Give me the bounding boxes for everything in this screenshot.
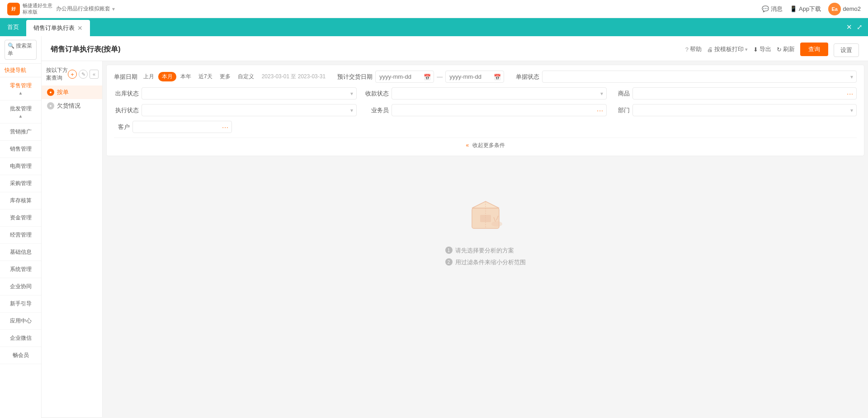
sidebar-item-member[interactable]: 畅会员 bbox=[0, 347, 41, 364]
sidebar-item-ecommerce[interactable]: 电商管理 bbox=[0, 158, 41, 175]
filter-date-group: 单据日期 上月 本月 本年 近7天 更多 自定义 bbox=[114, 72, 257, 81]
outbound-label: 出库状态 bbox=[114, 90, 139, 98]
sidebar-item-inventory[interactable]: 库存核算 bbox=[0, 192, 41, 209]
tip-num-1: 1 bbox=[445, 247, 453, 254]
sidebar-search-button[interactable]: 🔍 搜索菜单 bbox=[5, 40, 37, 60]
sidebar-item-operations-label: 经营管理 bbox=[10, 231, 32, 239]
sidebar-quick-nav: 快捷导航 bbox=[0, 64, 41, 77]
scheme-edit-button[interactable]: ✎ bbox=[79, 70, 88, 79]
dept-select[interactable] bbox=[632, 104, 857, 116]
help-button[interactable]: ? 帮助 bbox=[685, 45, 702, 53]
product-input[interactable] bbox=[632, 87, 857, 100]
refresh-button[interactable]: ↻ 刷新 bbox=[777, 45, 795, 53]
sidebar-item-finance[interactable]: 资金管理 bbox=[0, 209, 41, 227]
empty-tips: 1 请先选择要分析的方案 2 用过滤条件来缩小分析范围 bbox=[445, 247, 526, 266]
payment-status-label: 收款状态 bbox=[364, 90, 389, 98]
logo-text: 畅捷通好生意 标准版 bbox=[23, 3, 52, 14]
empty-state-icon bbox=[463, 192, 508, 238]
filter-row-1: 单据日期 上月 本月 本年 近7天 更多 自定义 2023-03-0 bbox=[114, 71, 857, 83]
sidebar-item-retail[interactable]: 零售管理 ▲ bbox=[0, 77, 41, 100]
export-button[interactable]: ⬇ 导出 bbox=[753, 45, 771, 53]
expected-date-end-wrap: 📅 bbox=[445, 71, 504, 83]
scheme-sidebar-icons: + ✎ « bbox=[68, 70, 99, 79]
tab-sales-exec[interactable]: 销售订单执行表 ✕ bbox=[26, 20, 90, 36]
expected-date-start-wrap: 📅 bbox=[375, 71, 434, 83]
tip-text-2: 用过滤条件来缩小分析范围 bbox=[455, 258, 526, 266]
tab-bar: 首页 销售订单执行表 ✕ ✕ ⤢ bbox=[0, 18, 868, 36]
sidebar-item-operations[interactable]: 经营管理 bbox=[0, 227, 41, 244]
scheme-add-button[interactable]: + bbox=[68, 70, 77, 79]
filter-row-3: 执行状态 ▾ 业务员 ·· bbox=[114, 104, 857, 116]
sidebar-item-appcenter[interactable]: 应用中心 bbox=[0, 313, 41, 330]
calendar-start-icon: 📅 bbox=[424, 73, 431, 80]
sidebar-search-area: 🔍 搜索菜单 bbox=[0, 36, 41, 64]
filter-section: 单据日期 上月 本月 本年 近7天 更多 自定义 2023-03-0 bbox=[106, 65, 864, 156]
app-download-button[interactable]: 📱 App下载 bbox=[790, 5, 821, 13]
collapse-arrow-icon: « bbox=[466, 142, 469, 148]
customer-input[interactable] bbox=[132, 121, 232, 133]
scheme-collapse-button[interactable]: « bbox=[90, 70, 99, 79]
sidebar-item-marketing-label: 营销推广 bbox=[10, 128, 32, 136]
sidebar-item-purchase-label: 采购管理 bbox=[10, 180, 32, 187]
scheme-item-by-order[interactable]: ● 按单 bbox=[42, 86, 102, 99]
sidebar-item-marketing[interactable]: 营销推广 bbox=[0, 124, 41, 141]
salesperson-label: 业务员 bbox=[364, 106, 389, 114]
page-title: 销售订单执行表(按单) bbox=[51, 45, 121, 54]
sidebar-item-basic[interactable]: 基础信息 bbox=[0, 244, 41, 261]
sidebar-item-system[interactable]: 系统管理 bbox=[0, 261, 41, 278]
svg-rect-4 bbox=[480, 215, 491, 222]
scheme-item-label-owe: 欠货情况 bbox=[57, 102, 80, 110]
user-avatar[interactable]: Ea demo2 bbox=[828, 3, 861, 15]
tab-home[interactable]: 首页 bbox=[0, 18, 26, 36]
status-select[interactable] bbox=[542, 71, 857, 83]
exec-status-select[interactable] bbox=[142, 104, 357, 116]
tab-close-window-icon[interactable]: ✕ bbox=[846, 23, 852, 31]
message-button[interactable]: 💬 消息 bbox=[762, 5, 783, 13]
query-button[interactable]: 查询 bbox=[800, 43, 828, 56]
salesperson-input-wrap: ··· bbox=[392, 104, 607, 116]
scheme-item-owe-goods[interactable]: ● 欠货情况 bbox=[42, 99, 102, 113]
tab-close-icon[interactable]: ✕ bbox=[77, 24, 83, 32]
dept-group: 部门 ▾ bbox=[614, 104, 857, 116]
sidebar-item-wholesale[interactable]: 批发管理 ▲ bbox=[0, 100, 41, 124]
sidebar-item-member-label: 畅会员 bbox=[13, 352, 29, 359]
outbound-select[interactable] bbox=[142, 87, 357, 100]
date-tab-last-month[interactable]: 上月 bbox=[140, 72, 157, 81]
sidebar-item-basic-label: 基础信息 bbox=[10, 248, 32, 256]
customer-label: 客户 bbox=[114, 123, 130, 131]
sidebar-item-newbie[interactable]: 新手引导 bbox=[0, 295, 41, 313]
date-tab-this-year[interactable]: 本年 bbox=[177, 72, 194, 81]
date-tab-custom[interactable]: 自定义 bbox=[235, 72, 257, 81]
print-button[interactable]: 🖨 按模板打印 ▾ bbox=[707, 45, 748, 53]
payment-status-select[interactable] bbox=[392, 87, 607, 100]
customer-ellipsis-icon[interactable]: ··· bbox=[222, 124, 229, 131]
sidebar-item-purchase[interactable]: 采购管理 bbox=[0, 175, 41, 192]
sidebar-item-ecommerce-label: 电商管理 bbox=[10, 162, 32, 170]
date-range-text: 2023-03-01 至 2023-03-31 bbox=[262, 73, 326, 81]
collapse-bar[interactable]: « 收起更多条件 bbox=[114, 138, 857, 150]
scheme-item-icon-owe: ● bbox=[47, 102, 54, 109]
date-tab-this-month[interactable]: 本月 bbox=[158, 72, 176, 81]
sidebar-item-enterprise[interactable]: 企业协同 bbox=[0, 278, 41, 295]
page-header: 销售订单执行表(按单) ? 帮助 🖨 按模板打印 ▾ ⬇ 导出 ↻ 刷新 bbox=[42, 36, 868, 61]
search-icon: 🔍 bbox=[8, 43, 14, 49]
product-group: 商品 ··· bbox=[614, 87, 857, 100]
sidebar-item-wechat[interactable]: 企业微信 bbox=[0, 330, 41, 347]
product-ellipsis-icon[interactable]: ··· bbox=[847, 90, 854, 97]
salesperson-ellipsis-icon[interactable]: ··· bbox=[597, 107, 604, 114]
status-label: 单据状态 bbox=[516, 73, 539, 81]
filter-row-2: 出库状态 ▾ 收款状态 bbox=[114, 87, 857, 100]
breadcrumb-arrow-icon[interactable]: ▾ bbox=[112, 6, 115, 12]
date-tab-more[interactable]: 更多 bbox=[217, 72, 234, 81]
payment-status-group: 收款状态 ▾ bbox=[364, 87, 607, 100]
tab-expand-icon[interactable]: ⤢ bbox=[857, 23, 863, 31]
set-button[interactable]: 设置 bbox=[834, 43, 859, 57]
tab-sales-exec-label: 销售订单执行表 bbox=[33, 24, 75, 32]
sidebar-item-sales[interactable]: 销售管理 bbox=[0, 141, 41, 158]
scheme-sidebar-header: 按以下方案查询 + ✎ « bbox=[42, 65, 102, 86]
date-tab-last7[interactable]: 近7天 bbox=[195, 72, 216, 81]
outbound-group: 出库状态 ▾ bbox=[114, 87, 357, 100]
salesperson-input[interactable] bbox=[392, 104, 607, 116]
scheme-sidebar: 按以下方案查询 + ✎ « ● 按单 ● 欠货情况 bbox=[42, 61, 103, 417]
sidebar-item-retail-label: 零售管理 bbox=[10, 82, 32, 90]
